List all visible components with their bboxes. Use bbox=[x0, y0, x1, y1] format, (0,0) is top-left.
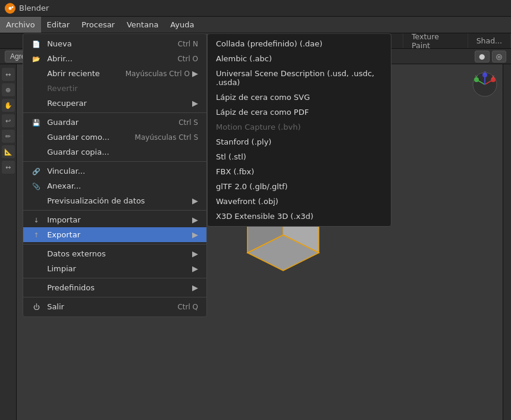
export-submenu: Collada (predefinido) (.dae) Alembic (.a… bbox=[207, 33, 391, 227]
app-logo bbox=[5, 3, 15, 14]
menu-procesar[interactable]: Procesar bbox=[76, 17, 121, 33]
svg-text:Z: Z bbox=[484, 71, 487, 76]
submenu-arrow: ▶ bbox=[192, 283, 198, 292]
export-stl[interactable]: Stl (.stl) bbox=[208, 149, 391, 164]
menu-ventana[interactable]: Ventana bbox=[121, 17, 164, 33]
vincular-icon: 🔗 bbox=[32, 168, 41, 175]
anexar-icon: 📎 bbox=[32, 183, 41, 190]
file-menu-importar[interactable]: ↓ Importar ▶ bbox=[23, 212, 206, 227]
file-menu-revertir: Revertir bbox=[23, 81, 206, 96]
export-x3d[interactable]: X3D Extensible 3D (.x3d) bbox=[208, 209, 391, 224]
viewport-shading2[interactable]: ◎ bbox=[492, 51, 506, 62]
file-menu-abrir-reciente[interactable]: Abrir reciente Mayúsculas Ctrl O ▶ bbox=[23, 66, 206, 81]
separator-2 bbox=[23, 161, 206, 162]
tab-shading[interactable]: Shad... bbox=[468, 33, 511, 48]
export-fbx[interactable]: FBX (.fbx) bbox=[208, 164, 391, 179]
svg-point-2 bbox=[12, 6, 14, 8]
menu-archivo[interactable]: Archivo bbox=[0, 17, 41, 33]
sidebar-grab-tool[interactable]: ✋ bbox=[2, 99, 15, 112]
submenu-arrow: ▶ bbox=[192, 69, 198, 78]
separator-4 bbox=[23, 244, 206, 245]
sidebar-transform-tool[interactable]: ↔ bbox=[2, 161, 15, 174]
file-menu-nueva[interactable]: 📄 Nueva Ctrl N bbox=[23, 36, 206, 51]
file-menu-abrir[interactable]: 📂 Abrir... Ctrl O bbox=[23, 51, 206, 66]
export-gltf[interactable]: glTF 2.0 (.glb/.gltf) bbox=[208, 179, 391, 194]
left-sidebar: ↔ ⊕ ✋ ↩ ✏ 📐 ↔ bbox=[0, 64, 17, 420]
separator-3 bbox=[23, 210, 206, 211]
separator-5 bbox=[23, 278, 206, 278]
solid-shade-icon: ● bbox=[479, 52, 485, 61]
title-bar: Blender bbox=[0, 0, 511, 17]
file-menu-datos-externos[interactable]: Datos externos ▶ bbox=[23, 246, 206, 261]
wireframe-icon: ◎ bbox=[496, 52, 502, 61]
submenu-arrow: ▶ bbox=[192, 230, 198, 239]
menu-bar: Archivo Editar Procesar Ventana Ayuda bbox=[0, 17, 511, 33]
tab-texture-paint[interactable]: Texture Paint bbox=[403, 33, 468, 48]
export-collada[interactable]: Collada (predefinido) (.dae) bbox=[208, 36, 391, 51]
sidebar-select-tool[interactable]: ↔ bbox=[2, 68, 15, 81]
export-bvh: Motion Capture (.bvh) bbox=[208, 120, 391, 134]
submenu-arrow: ▶ bbox=[192, 215, 198, 224]
file-menu-exportar[interactable]: ↑ Exportar ▶ bbox=[23, 227, 206, 242]
separator-6 bbox=[23, 297, 206, 297]
file-menu-guardar-copia[interactable]: Guardar copia... bbox=[23, 145, 206, 159]
sidebar-undo-tool[interactable]: ↩ bbox=[2, 114, 15, 127]
submenu-arrow: ▶ bbox=[192, 99, 198, 108]
menu-ayuda[interactable]: Ayuda bbox=[164, 17, 200, 33]
abrir-icon: 📂 bbox=[32, 55, 41, 63]
sidebar-annotate-tool[interactable]: ✏ bbox=[2, 130, 15, 143]
svg-text:X: X bbox=[492, 75, 495, 80]
submenu-arrow: ▶ bbox=[192, 196, 198, 205]
svg-text:Y: Y bbox=[475, 75, 478, 80]
export-alembic[interactable]: Alembic (.abc) bbox=[208, 51, 391, 66]
file-menu-guardar[interactable]: 💾 Guardar Ctrl S bbox=[23, 115, 206, 130]
export-obj[interactable]: Wavefront (.obj) bbox=[208, 194, 391, 209]
viewport-axis-widget[interactable]: X Y Z bbox=[472, 71, 496, 95]
file-menu-vincular[interactable]: 🔗 Vincular... bbox=[23, 164, 206, 178]
app-title: Blender bbox=[19, 4, 49, 12]
file-menu-guardar-como[interactable]: Guardar como... Mayúsculas Ctrl S bbox=[23, 130, 206, 145]
viewport-shading[interactable]: ● bbox=[475, 51, 489, 62]
menu-editar[interactable]: Editar bbox=[41, 17, 76, 33]
file-menu: 📄 Nueva Ctrl N 📂 Abrir... Ctrl O Abrir r… bbox=[23, 33, 207, 317]
nueva-icon: 📄 bbox=[32, 40, 41, 48]
export-svg[interactable]: Lápiz de cera como SVG bbox=[208, 90, 391, 105]
submenu-arrow: ▶ bbox=[192, 249, 198, 258]
guardar-icon: 💾 bbox=[32, 119, 41, 127]
file-menu-anexar[interactable]: 📎 Anexar... bbox=[23, 178, 206, 193]
file-menu-limpiar[interactable]: Limpiar ▶ bbox=[23, 261, 206, 276]
submenu-arrow: ▶ bbox=[192, 264, 198, 273]
export-usd[interactable]: Universal Scene Description (.usd, .usdc… bbox=[208, 66, 391, 90]
svg-point-1 bbox=[9, 7, 12, 10]
file-menu-previsual[interactable]: Previsualización de datos ▶ bbox=[23, 193, 206, 208]
salir-icon: ⏻ bbox=[32, 303, 41, 311]
file-menu-salir[interactable]: ⏻ Salir Ctrl Q bbox=[23, 299, 206, 314]
file-menu-predefinidos[interactable]: Predefinidos ▶ bbox=[23, 280, 206, 295]
separator-1 bbox=[23, 112, 206, 113]
sidebar-measure-tool[interactable]: 📐 bbox=[2, 145, 15, 158]
export-ply[interactable]: Stanford (.ply) bbox=[208, 134, 391, 149]
sidebar-cursor-tool[interactable]: ⊕ bbox=[2, 83, 15, 96]
right-panel bbox=[503, 64, 511, 420]
export-pdf[interactable]: Lápiz de cera como PDF bbox=[208, 105, 391, 120]
file-menu-recuperar[interactable]: Recuperar ▶ bbox=[23, 96, 206, 111]
